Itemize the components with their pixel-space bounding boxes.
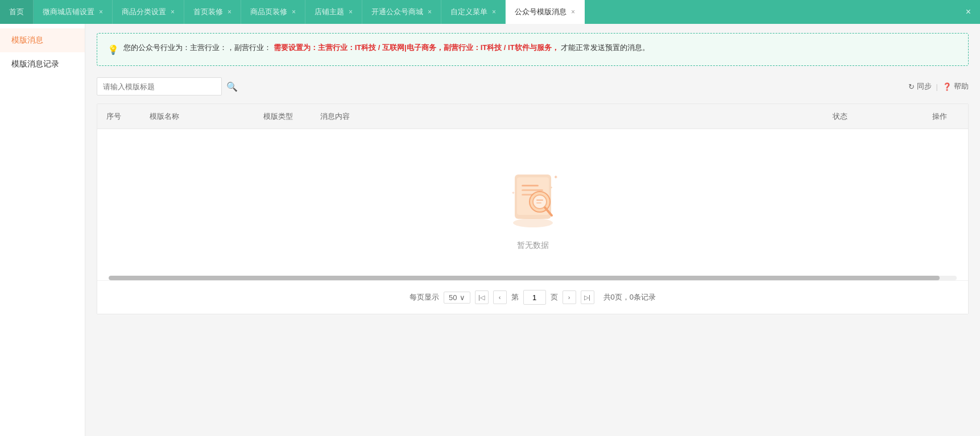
svg-point-0 bbox=[513, 218, 553, 227]
col-header-action: 操作 bbox=[911, 111, 968, 122]
notice-text: 您的公众号行业为：主营行业：，副营行业： 需要设置为：主营行业：IT科技 / 互… bbox=[123, 41, 650, 54]
tab-store-theme-close[interactable]: × bbox=[349, 8, 353, 16]
col-header-type: 模版类型 bbox=[257, 111, 313, 122]
help-icon: ❓ bbox=[942, 82, 952, 91]
tab-shop-settings-label: 微商城店铺设置 bbox=[43, 7, 94, 17]
sidebar-item-template-msg[interactable]: 模版消息 bbox=[0, 28, 85, 52]
sidebar-item-template-msg-label: 模版消息 bbox=[11, 35, 43, 44]
sidebar-item-template-record-label: 模版消息记录 bbox=[11, 59, 59, 68]
col-header-status: 状态 bbox=[826, 111, 911, 122]
svg-text:✦: ✦ bbox=[511, 190, 515, 196]
tab-product-decor[interactable]: 商品页装修 × bbox=[241, 0, 305, 24]
next-page-icon: › bbox=[568, 294, 570, 301]
last-page-button[interactable]: ▷| bbox=[581, 290, 594, 304]
per-page-label: 每页显示 bbox=[410, 292, 439, 302]
help-button[interactable]: ❓ 帮助 bbox=[942, 81, 969, 92]
tab-home-decor-label: 首页装修 bbox=[193, 7, 223, 17]
tab-home-decor[interactable]: 首页装修 × bbox=[184, 0, 241, 24]
first-page-icon: |◁ bbox=[478, 294, 485, 301]
tab-product-decor-close[interactable]: × bbox=[292, 8, 296, 16]
search-button[interactable]: 🔍 bbox=[226, 81, 238, 92]
notice-text-before: 您的公众号行业为：主营行业：，副营行业： bbox=[123, 43, 271, 52]
svg-rect-9 bbox=[536, 200, 543, 201]
tab-category-settings-label: 商品分类设置 bbox=[122, 7, 166, 17]
search-divider: | bbox=[936, 82, 938, 91]
main-layout: 模版消息 模版消息记录 💡 您的公众号行业为：主营行业：，副营行业： 需要设置为… bbox=[0, 24, 980, 436]
tab-custom-menu-close[interactable]: × bbox=[492, 8, 496, 16]
tab-home-label: 首页 bbox=[9, 7, 24, 17]
tab-bar: 首页 微商城店铺设置 × 商品分类设置 × 首页装修 × 商品页装修 × 店铺主… bbox=[0, 0, 980, 24]
svg-text:✦: ✦ bbox=[550, 186, 553, 189]
search-left: 🔍 bbox=[97, 77, 238, 95]
per-page-dropdown-icon: ∨ bbox=[460, 293, 465, 302]
col-header-index: 序号 bbox=[97, 111, 143, 122]
col-header-content: 消息内容 bbox=[313, 111, 826, 122]
help-label: 帮助 bbox=[954, 81, 969, 92]
svg-rect-10 bbox=[536, 202, 541, 204]
next-page-button[interactable]: › bbox=[563, 290, 576, 304]
notice-icon: 💡 bbox=[107, 42, 119, 57]
page-number-input[interactable] bbox=[523, 290, 546, 305]
table-scrollbar[interactable] bbox=[109, 276, 957, 280]
per-page-value: 50 bbox=[449, 293, 457, 302]
tab-close-all-button[interactable]: × bbox=[957, 7, 980, 17]
tab-template-msg[interactable]: 公众号模版消息 × bbox=[506, 0, 585, 24]
prev-page-button[interactable]: ‹ bbox=[493, 290, 507, 304]
notice-text-highlight: 需要设置为：主营行业：IT科技 / 互联网|电子商务，副营行业：IT科技 / I… bbox=[274, 43, 559, 52]
search-right: ↻ 同步 | ❓ 帮助 bbox=[908, 81, 969, 92]
search-input[interactable] bbox=[97, 77, 222, 95]
first-page-button[interactable]: |◁ bbox=[475, 290, 489, 304]
sidebar-item-template-record[interactable]: 模版消息记录 bbox=[0, 52, 85, 76]
search-bar: 🔍 ↻ 同步 | ❓ 帮助 bbox=[97, 77, 969, 95]
tab-open-mall-close[interactable]: × bbox=[428, 8, 432, 16]
tab-custom-menu[interactable]: 自定义菜单 × bbox=[441, 0, 506, 24]
last-page-icon: ▷| bbox=[584, 294, 590, 301]
empty-state: ✦ ✦ ✦ 暂无数据 bbox=[97, 129, 968, 273]
empty-icon: ✦ ✦ ✦ bbox=[499, 163, 567, 231]
sync-label: 同步 bbox=[917, 81, 932, 92]
page-unit: 页 bbox=[551, 292, 558, 302]
tab-template-msg-label: 公众号模版消息 bbox=[515, 7, 567, 17]
sync-button[interactable]: ↻ 同步 bbox=[908, 81, 932, 92]
content-area: 💡 您的公众号行业为：主营行业：，副营行业： 需要设置为：主营行业：IT科技 /… bbox=[85, 24, 980, 436]
tab-store-theme[interactable]: 店铺主题 × bbox=[305, 0, 362, 24]
tab-store-theme-label: 店铺主题 bbox=[315, 7, 344, 17]
tab-home-decor-close[interactable]: × bbox=[228, 8, 231, 16]
page-total: 共0页，0条记录 bbox=[603, 292, 656, 302]
pagination-bar: 每页显示 50 ∨ |◁ ‹ 第 页 › ▷| bbox=[97, 280, 968, 314]
svg-rect-4 bbox=[522, 189, 543, 191]
sync-icon: ↻ bbox=[908, 82, 915, 91]
tab-home[interactable]: 首页 bbox=[0, 0, 34, 24]
tab-open-mall[interactable]: 开通公众号商城 × bbox=[362, 0, 441, 24]
per-page-select[interactable]: 50 ∨ bbox=[444, 292, 470, 304]
sidebar: 模版消息 模版消息记录 bbox=[0, 24, 85, 436]
notice-box: 💡 您的公众号行业为：主营行业：，副营行业： 需要设置为：主营行业：IT科技 /… bbox=[97, 33, 969, 66]
tab-category-settings[interactable]: 商品分类设置 × bbox=[113, 0, 184, 24]
page-label: 第 bbox=[511, 292, 519, 302]
tab-shop-settings-close[interactable]: × bbox=[99, 8, 103, 16]
svg-rect-3 bbox=[522, 185, 539, 186]
notice-text-after: 才能正常发送预置的消息。 bbox=[561, 43, 650, 52]
col-header-name: 模版名称 bbox=[143, 111, 257, 122]
table-header: 序号 模版名称 模版类型 消息内容 状态 操作 bbox=[97, 104, 968, 129]
table-wrapper: 序号 模版名称 模版类型 消息内容 状态 操作 bbox=[97, 103, 969, 314]
empty-text: 暂无数据 bbox=[517, 240, 549, 251]
tab-template-msg-close[interactable]: × bbox=[571, 8, 575, 16]
table-scrollbar-thumb bbox=[109, 276, 940, 280]
prev-page-icon: ‹ bbox=[499, 294, 501, 301]
tab-product-decor-label: 商品页装修 bbox=[250, 7, 287, 17]
tab-custom-menu-label: 自定义菜单 bbox=[450, 7, 487, 17]
tab-shop-settings[interactable]: 微商城店铺设置 × bbox=[34, 0, 113, 24]
tab-category-settings-close[interactable]: × bbox=[171, 8, 175, 16]
svg-text:✦: ✦ bbox=[553, 174, 558, 180]
tab-open-mall-label: 开通公众号商城 bbox=[371, 7, 423, 17]
